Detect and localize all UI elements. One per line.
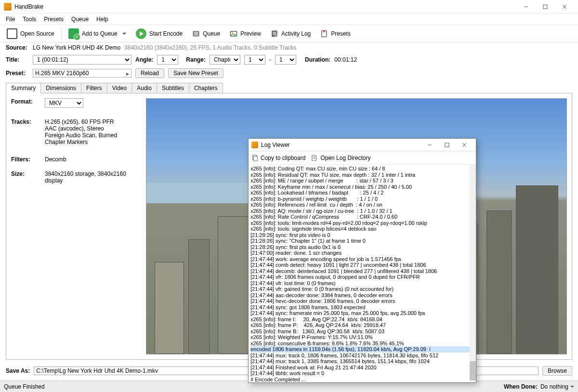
reload-button[interactable]: Reload	[135, 68, 164, 78]
log-line: x265 [info]: Rate Control / qCompress : …	[250, 214, 473, 220]
tabs: Summary Dimensions Filters Video Audio S…	[0, 80, 578, 93]
play-icon	[136, 28, 146, 39]
log-line: x265 [info]: Residual QT: max TU size, m…	[250, 172, 473, 178]
track-item: AAC (avcodec), Stereo	[45, 125, 136, 132]
tab-dimensions[interactable]: Dimensions	[40, 83, 81, 93]
format-select[interactable]: MKV	[45, 98, 83, 108]
dialog-titlebar[interactable]: Log Viewer	[249, 139, 476, 151]
log-line: [21:47:44] work: average encoding speed …	[250, 256, 473, 262]
presets-label: Presets	[331, 30, 351, 37]
activity-log-label: Activity Log	[281, 30, 311, 37]
log-line: encoded 1806 frames in 1159.04s (1.56 fp…	[250, 346, 473, 353]
log-line: x265 [info]: References / ref-limit cu /…	[250, 202, 473, 208]
menu-file[interactable]: File	[2, 14, 19, 24]
chevron-down-icon	[122, 33, 126, 35]
size-label: Size:	[11, 170, 40, 184]
tab-chapters[interactable]: Chapters	[189, 83, 223, 93]
tab-filters[interactable]: Filters	[81, 83, 107, 93]
tab-audio[interactable]: Audio	[131, 83, 157, 93]
log-line: x265 [info]: consecutive B-frames: 9.6% …	[250, 340, 473, 347]
log-line: [21:28:26] sync: first pts video is 0	[250, 232, 473, 238]
preview-label: Preview	[240, 30, 261, 37]
source-label: Source:	[6, 44, 29, 51]
text-cursor-icon: I	[426, 346, 431, 352]
log-line: x265 [info]: AQ: mode / str / qg-size / …	[250, 208, 473, 214]
menu-queue[interactable]: Queue	[67, 14, 92, 24]
range-dash: -	[269, 56, 271, 63]
copy-to-clipboard-button[interactable]: Copy to clipboard	[251, 155, 305, 161]
preview-button[interactable]: Preview	[226, 28, 265, 39]
close-button[interactable]	[555, 0, 574, 13]
presets-icon	[320, 30, 328, 38]
range-from-select[interactable]: 1	[244, 55, 265, 65]
scrollbar[interactable]	[470, 165, 476, 379]
minimize-button[interactable]	[516, 0, 536, 13]
log-line: [21:47:00] reader: done. 1 scr changes	[250, 250, 473, 256]
preset-field[interactable]	[33, 69, 131, 78]
log-line: [21:47:44] libhb: work result = 0	[250, 370, 473, 377]
open-source-button[interactable]: Open Source	[3, 27, 58, 40]
log-body[interactable]: x265 [info]: Coding QT: max CU size, min…	[249, 165, 476, 379]
maximize-button[interactable]	[536, 0, 555, 13]
filters-label: Filters:	[11, 156, 40, 163]
log-line: x265 [info]: frame B: 1360, Avg QP:30.58…	[250, 328, 473, 335]
log-line: [21:47:44] Finished work at: Fri Aug 21 …	[250, 365, 473, 371]
log-line: [21:47:44] vfr: lost time: 0 (0 frames)	[250, 280, 473, 287]
preset-row: Preset: ▸ Reload Save New Preset	[0, 66, 578, 80]
tab-video[interactable]: Video	[107, 83, 132, 93]
duration-value: 00:01:12	[334, 56, 357, 63]
dialog-close-button[interactable]	[456, 139, 473, 151]
log-line: [21:47:44] sync: got 1806 frames, 1803 e…	[250, 304, 473, 311]
activity-log-button[interactable]: Activity Log	[267, 28, 315, 39]
queue-button[interactable]: Queue	[188, 28, 224, 39]
tab-subtitles[interactable]: Subtitles	[157, 83, 189, 93]
log-line: [21:47:44] comb detect: heavy 1091 | lig…	[250, 262, 473, 268]
app-icon	[251, 142, 258, 148]
svg-rect-24	[313, 158, 315, 158]
queue-icon	[192, 30, 200, 38]
svg-point-14	[275, 34, 278, 37]
log-line: x265 [info]: ME / range / subpel / merge…	[250, 178, 473, 184]
dialog-maximize-button[interactable]	[438, 139, 456, 151]
svg-rect-17	[445, 143, 449, 147]
menu-presets[interactable]: Presets	[40, 14, 67, 24]
track-item: Foreign Audio Scan, Burned	[45, 132, 136, 139]
svg-rect-23	[313, 157, 315, 157]
track-item: H.265 (x265), 60 FPS PFR	[45, 118, 136, 125]
preset-label: Preset:	[6, 70, 29, 77]
browse-button[interactable]: Browse	[542, 366, 572, 376]
save-new-preset-button[interactable]: Save New Preset	[168, 68, 223, 78]
log-line: x265 [info]: tools: signhide tmvp lslice…	[250, 226, 473, 232]
summary-panel: Format: MKV Tracks: H.265 (x265), 60 FPS…	[11, 98, 136, 354]
presets-button[interactable]: Presets	[316, 28, 355, 39]
tab-summary[interactable]: Summary	[6, 83, 41, 93]
angle-label: Angle:	[135, 56, 153, 63]
add-to-queue-label: Add to Queue	[82, 30, 118, 37]
angle-select[interactable]: 1	[157, 55, 178, 65]
log-line: [21:28:26] sync: "Chapter 1" (1) at fram…	[250, 238, 473, 244]
start-encode-button[interactable]: Start Encode	[132, 27, 186, 40]
menu-help[interactable]: Help	[92, 14, 112, 24]
dialog-title: Log Viewer	[261, 142, 290, 148]
log-icon	[271, 30, 278, 38]
dialog-minimize-button[interactable]	[421, 139, 438, 151]
menu-tools[interactable]: Tools	[19, 14, 40, 24]
log-viewer-dialog: Log Viewer Copy to clipboard Open Log Di…	[248, 138, 476, 379]
title-row: Title: 1 (00:01:12) Angle: 1 Range: Chap…	[0, 53, 578, 66]
open-log-directory-button[interactable]: Open Log Directory	[311, 155, 370, 161]
track-item: Chapter Markers	[45, 139, 136, 145]
title-select[interactable]: 1 (00:01:12)	[33, 55, 131, 65]
range-to-select[interactable]: 1	[275, 55, 296, 65]
scrollbar-thumb[interactable]	[470, 361, 476, 379]
preview-icon	[230, 30, 237, 38]
add-to-queue-button[interactable]: Add to Queue	[65, 27, 130, 40]
tracks-label: Tracks:	[11, 118, 40, 145]
range-type-select[interactable]: Chapters	[210, 55, 240, 65]
range-label: Range:	[186, 56, 206, 63]
add-queue-icon	[68, 28, 79, 39]
chevron-right-icon[interactable]: ▸	[126, 70, 129, 77]
log-line: [21:47:44] sync: framerate min 25.000 fp…	[250, 310, 473, 316]
copy-icon	[251, 155, 258, 161]
source-name: LG New York HDR UHD 4K Demo	[33, 44, 120, 51]
svg-rect-7	[194, 35, 198, 35]
